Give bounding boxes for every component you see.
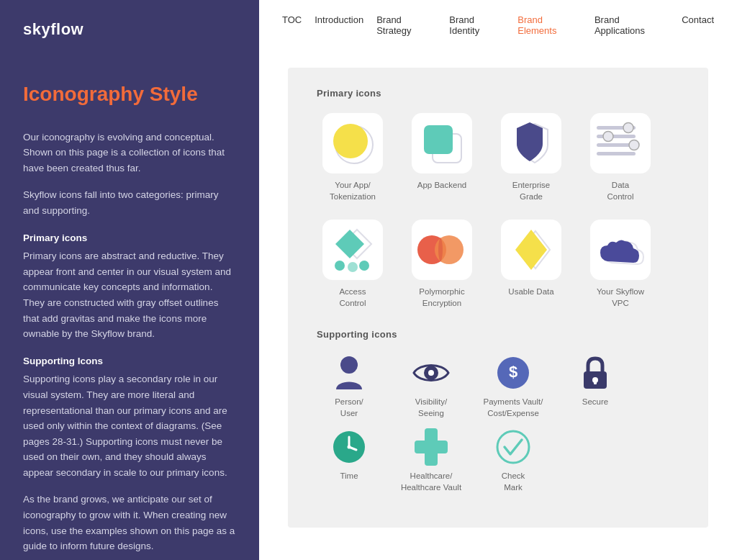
nav-brand-strategy[interactable]: Brand Strategy: [376, 14, 436, 36]
vpc-label: Your SkyflowVPC: [597, 286, 644, 309]
icon-box-payments: $: [494, 354, 532, 392]
usable-data-label: Usable Data: [508, 286, 553, 297]
polymorphic-encryption-icon: [416, 232, 468, 268]
icon-cell-data-control: DataControl: [584, 113, 656, 202]
icon-cell-polymorphic: PolymorphicEncryption: [406, 220, 478, 309]
icon-cell-checkmark: CheckMark: [481, 428, 546, 493]
icon-cell-usable-data: Usable Data: [495, 220, 567, 309]
svg-rect-33: [415, 441, 448, 453]
top-nav: TOC Introduction Brand Strategy Brand Id…: [259, 0, 737, 50]
payments-label: Payments Vault/Cost/Expense: [484, 396, 543, 419]
your-app-icon: [327, 118, 378, 168]
icon-cell-access-control: AccessControl: [317, 220, 389, 309]
icon-box-healthcare: [412, 428, 450, 466]
primary-icons-row-2: AccessControl PolymorphicEncryption: [317, 220, 679, 309]
sidebar-para-closing: As the brand grows, we anticipate our se…: [23, 492, 236, 554]
access-control-icon: [327, 224, 379, 276]
sidebar-section-primary: Primary icons Primary icons are abstract…: [23, 230, 236, 342]
icon-cell-secure: Secure: [563, 354, 628, 419]
app-backend-icon: [417, 118, 467, 168]
icon-cell-person: Person/User: [317, 354, 381, 419]
svg-point-15: [359, 261, 369, 271]
svg-marker-19: [515, 230, 547, 270]
supporting-icons-heading: Supporting Icons: [23, 353, 236, 369]
nav-brand-identity[interactable]: Brand Identity: [449, 14, 505, 36]
icon-box-app-backend: [412, 113, 472, 173]
healthcare-label: Healthcare/Healthcare Vault: [401, 470, 461, 493]
icon-cell-enterprise: EnterpriseGrade: [495, 113, 567, 202]
icon-cell-visibility: Visibility/Seeing: [399, 354, 464, 419]
enterprise-label: EnterpriseGrade: [512, 179, 550, 202]
primary-icons-row-1: Your App/Tokenization App Backend: [317, 113, 679, 202]
svg-point-31: [348, 445, 351, 448]
svg-point-13: [335, 261, 345, 271]
supporting-icons-row-1: Person/User Visibility/Seeing: [317, 354, 679, 419]
time-icon: [332, 430, 366, 464]
icon-cell-vpc: Your SkyflowVPC: [584, 220, 656, 309]
icon-box-secure: [577, 354, 614, 392]
primary-icons-heading: Primary icons: [23, 230, 236, 246]
primary-icons-label: Primary icons: [317, 88, 679, 99]
main-content: TOC Introduction Brand Strategy Brand Id…: [259, 0, 737, 560]
healthcare-icon: [415, 428, 448, 466]
icon-grid-container: Primary icons Your App/Tokenization: [288, 68, 708, 528]
svg-point-9: [603, 132, 613, 142]
visibility-icon: [412, 358, 450, 387]
svg-point-10: [629, 140, 639, 150]
sidebar-section-supporting: Supporting Icons Supporting icons play a…: [23, 353, 236, 481]
svg-point-22: [428, 370, 434, 376]
sidebar-body: Our iconography is evolving and conceptu…: [23, 130, 236, 560]
icon-box-usable-data: [501, 220, 561, 280]
svg-rect-27: [594, 380, 597, 384]
logo: skyflow: [23, 20, 236, 39]
nav-introduction[interactable]: Introduction: [315, 14, 363, 36]
icon-box-person: [330, 354, 368, 392]
polymorphic-label: PolymorphicEncryption: [419, 286, 464, 309]
sidebar-para-1: Our iconography is evolving and conceptu…: [23, 130, 236, 176]
icon-box-polymorphic: [412, 220, 472, 280]
icon-box-checkmark: [494, 428, 532, 466]
time-label: Time: [340, 470, 358, 482]
primary-icons-desc: Primary icons are abstract and reductive…: [23, 248, 236, 342]
secure-label: Secure: [582, 396, 608, 407]
your-app-label: Your App/Tokenization: [330, 179, 376, 202]
icon-box-visibility: [412, 354, 450, 392]
nav-brand-applications[interactable]: Brand Applications: [594, 14, 669, 36]
page-title: Iconography Style: [23, 82, 236, 107]
payments-icon: $: [496, 356, 530, 390]
supporting-icons-section: Supporting icons Person/User: [317, 329, 679, 492]
person-label: Person/User: [335, 396, 363, 419]
icon-cell-app-backend: App Backend: [406, 113, 478, 202]
icon-box-time: [330, 428, 368, 466]
sidebar: skyflow Iconography Style Our iconograph…: [0, 0, 259, 560]
icon-cell-time: Time: [317, 428, 381, 493]
icon-cell-healthcare: Healthcare/Healthcare Vault: [399, 428, 464, 493]
nav-contact[interactable]: Contact: [682, 14, 714, 36]
enterprise-grade-icon: [506, 118, 556, 168]
svg-rect-3: [424, 125, 453, 154]
checkmark-label: CheckMark: [502, 470, 525, 493]
icon-box-vpc: [590, 220, 651, 280]
svg-rect-7: [597, 152, 636, 155]
person-icon: [333, 355, 365, 391]
visibility-label: Visibility/Seeing: [415, 396, 448, 419]
data-control-label: DataControl: [607, 179, 633, 202]
icon-box-enterprise: [501, 113, 561, 173]
svg-rect-5: [597, 135, 636, 138]
supporting-icons-desc: Supporting icons play a secondary role i…: [23, 371, 236, 480]
icon-box-data-control: [590, 113, 651, 173]
svg-point-1: [333, 124, 368, 158]
sidebar-para-2: Skyflow icons fall into two categories: …: [23, 187, 236, 218]
svg-point-20: [340, 356, 358, 374]
nav-toc[interactable]: TOC: [282, 14, 302, 36]
supporting-icons-label: Supporting icons: [317, 329, 679, 340]
data-control-icon: [594, 122, 647, 165]
access-control-label: AccessControl: [339, 286, 366, 309]
nav-brand-elements[interactable]: Brand Elements: [517, 14, 582, 36]
svg-marker-12: [335, 230, 364, 258]
app-backend-label: App Backend: [417, 179, 466, 191]
supporting-icons-row-2: Time Healthcare/Healthcare Vault: [317, 428, 679, 493]
content-area: Primary icons Your App/Tokenization: [259, 50, 737, 556]
icon-cell-your-app: Your App/Tokenization: [317, 113, 389, 202]
svg-point-14: [348, 262, 358, 272]
